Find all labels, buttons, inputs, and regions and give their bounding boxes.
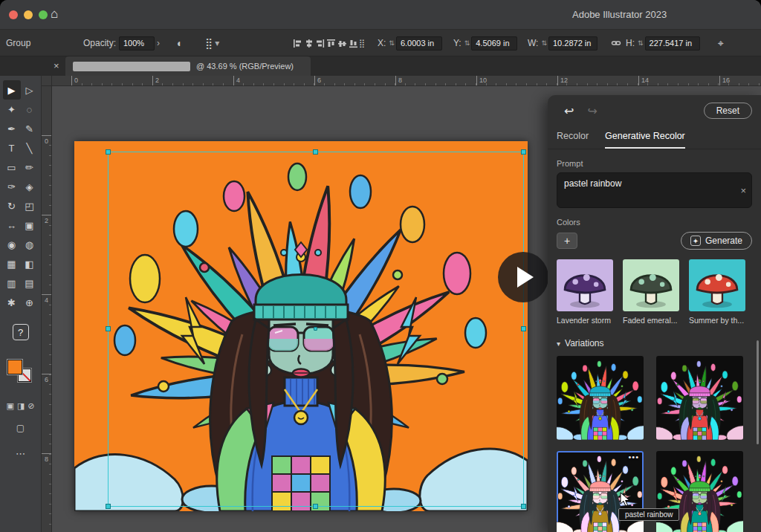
tool-line-segment[interactable]: ╲ [21,138,39,158]
content-area: ▶▷✦◌✒✎T╲▭✏✑◈↻◰↔▣◉◍▦◧▥▤✱⊕ ? ▣ ◨ ⊘ ▢ ⋯ 024… [0,76,761,532]
tool-selection[interactable]: ▶ [3,80,21,100]
tool-free-transform[interactable]: ▣ [21,215,39,235]
tab-recolor[interactable]: Recolor [557,128,589,149]
ruler-tick-label: 0 [42,135,51,215]
document-tab[interactable]: @ 43.69 % (RGB/Preview) [65,56,311,76]
tool-type[interactable]: T [3,138,21,158]
color-wheel-icon[interactable]: ◐ [177,37,183,49]
tool-curvature[interactable]: ✎ [21,119,39,138]
tool-shaper[interactable]: ◈ [21,177,39,196]
align-left-icon[interactable] [293,39,302,48]
tool-zoom[interactable]: ⊕ [21,293,39,312]
variation-thumbnail-2[interactable] [656,356,743,440]
ruler-tick-label: 16 [719,76,761,85]
tab-generative-recolor[interactable]: Generative Recolor [605,128,685,149]
constrain-proportions-link-icon[interactable] [611,38,621,48]
x-field-value[interactable]: 6.0003 in [396,36,442,51]
artboard[interactable] [74,141,528,511]
none-mode-icon[interactable]: ⊘ [27,401,34,411]
x-stepper-icon[interactable]: ⇅ [389,39,395,47]
prompt-presets: Lavender storm Faded emeral... [557,259,752,325]
home-icon[interactable]: ⌂ [51,7,58,22]
reset-button[interactable]: Reset [704,103,752,119]
tool-gradient[interactable]: ◧ [21,254,39,273]
ruler-tick-label: 6 [42,374,51,453]
tool-blend[interactable]: ◍ [21,235,39,254]
tool-column-graph[interactable]: ▥ [3,273,21,293]
panel-tabs: Recolor Generative Recolor [548,128,761,149]
add-color-button[interactable]: + [557,233,577,249]
tool-direct-selection[interactable]: ▷ [21,80,39,100]
opacity-value[interactable]: 100% [119,36,155,51]
h-stepper-icon[interactable]: ⇅ [638,39,644,47]
distribute-grid-icon[interactable]: ⣿ [359,39,365,48]
variations-header[interactable]: ▾ Variations [557,338,752,348]
tool-lasso[interactable]: ◌ [21,100,39,119]
y-stepper-icon[interactable]: ⇅ [464,39,470,47]
tool-hand[interactable]: ✱ [3,293,21,312]
screen-mode-icon[interactable]: ▢ [16,423,25,433]
tool-rotate[interactable]: ↻ [3,196,21,215]
preset-faded-emerald[interactable]: Faded emeral... [623,259,679,325]
preset-lavender-storm[interactable]: Lavender storm [557,259,613,325]
align-right-icon[interactable] [315,39,325,48]
close-document-icon[interactable]: × [54,60,59,71]
w-field-value[interactable]: 10.2872 in [548,36,598,51]
preset-thumbnail [557,259,613,311]
align-group [292,30,359,56]
undo-icon[interactable]: ↩ [564,104,574,118]
tool-paintbrush[interactable]: ✏ [21,158,39,177]
control-bar: Group Opacity: 100% › ◐ ⣿ ▾ ⣿ X: ⇅ 6.000… [0,30,761,56]
style-dropdown-icon[interactable]: ⣿ [205,37,213,49]
gradient-mode-icon[interactable]: ◨ [17,401,25,411]
w-stepper-icon[interactable]: ⇅ [541,39,547,47]
tool-rectangle[interactable]: ▭ [3,158,21,177]
colors-row: + ✦ Generate [557,232,752,250]
clear-prompt-icon[interactable]: × [740,185,746,196]
y-field-value[interactable]: 4.5069 in [471,36,517,51]
vertical-ruler[interactable]: 02468 [42,86,52,532]
artwork-illustration [74,141,528,511]
align-top-icon[interactable] [326,39,336,48]
style-dropdown-caret-icon[interactable]: ▾ [215,38,219,48]
play-icon [517,267,534,288]
tool-scale[interactable]: ◰ [21,196,39,215]
ruler-tick-label: 12 [557,76,638,85]
toolbar-more-icon[interactable]: ⋯ [16,448,25,459]
ruler-tick-label: 6 [314,76,395,85]
close-window-button[interactable] [9,10,18,19]
tool-pencil[interactable]: ✑ [3,177,21,196]
variation-thumbnail-1[interactable] [557,356,644,440]
generate-sparkle-icon: ✦ [690,236,701,246]
minimize-window-button[interactable] [24,10,33,19]
tool-mesh[interactable]: ▦ [3,254,21,273]
tool-width[interactable]: ↔ [3,215,21,235]
color-mode-icon[interactable]: ▣ [6,401,13,411]
redo-icon[interactable]: ↪ [587,104,597,118]
tool-magic-wand[interactable]: ✦ [3,100,21,119]
ruler-tick-label: 4 [42,294,51,374]
tool-pen[interactable]: ✒ [3,119,21,138]
h-field-value[interactable]: 227.5417 in [645,36,700,51]
zoom-window-button[interactable] [39,10,48,19]
transform-options-icon[interactable]: ⌖ [718,37,724,50]
video-play-button[interactable] [498,252,548,302]
preset-summer[interactable]: Summer by th... [689,259,745,325]
prompt-value: pastel rainbow [564,178,621,189]
document-tab-bar: × @ 43.69 % (RGB/Preview) [0,56,761,76]
ruler-origin-corner[interactable] [42,76,52,86]
help-button[interactable]: ? [13,324,29,340]
prompt-input[interactable]: pastel rainbow × [557,172,752,208]
horizontal-ruler[interactable]: 0246810121416 [52,76,761,86]
variation-more-icon[interactable]: ••• [628,452,639,461]
panel-scrollbar[interactable] [757,340,759,444]
generate-button[interactable]: ✦ Generate [681,232,752,250]
align-center-vertical-icon[interactable] [337,39,347,48]
align-center-horizontal-icon[interactable] [304,39,314,48]
fill-swatch[interactable] [7,360,22,374]
tool-eyedropper[interactable]: ◉ [3,235,21,254]
tool-artboard[interactable]: ▤ [21,273,39,293]
opacity-dropdown-icon[interactable]: › [157,38,160,48]
chevron-down-icon: ▾ [557,340,560,348]
align-bottom-icon[interactable] [349,39,358,48]
